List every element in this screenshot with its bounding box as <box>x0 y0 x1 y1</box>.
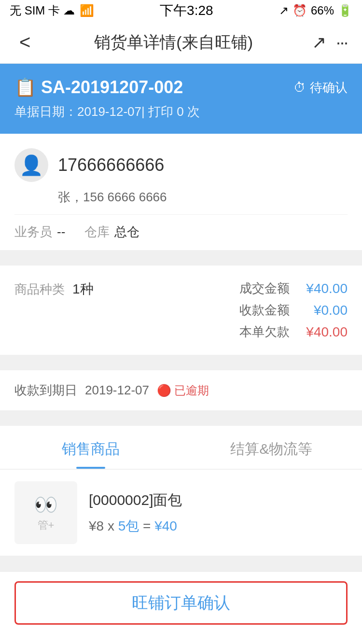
order-id-row: 📋 SA-20191207-002 ⏱ 待确认 <box>14 77 348 98</box>
customer-section: 👤 17666666666 张，156 6666 6666 业务员 -- 仓库 … <box>0 134 362 250</box>
back-button[interactable]: < <box>14 27 35 58</box>
sim-label: 无 SIM 卡 ☁ <box>10 3 75 18</box>
nav-actions: ↗ ··· <box>312 32 348 53</box>
price-unit: ¥8 <box>89 518 104 533</box>
status-text: 待确认 <box>310 79 348 96</box>
customer-name: 张，156 6666 6666 <box>14 189 348 206</box>
status-bar: 无 SIM 卡 ☁ 📶 下午3:28 ↗ ⏰ 66% 🔋 <box>0 0 362 21</box>
order-date: 单据日期：2019-12-07| 打印 0 次 <box>14 103 348 120</box>
transaction-amount-row: 成交金额 ¥40.00 <box>239 280 348 297</box>
warehouse-item: 仓库 总仓 <box>84 224 139 240</box>
product-thumbnail: 👀 管+ <box>14 481 77 544</box>
more-button[interactable]: ··· <box>336 32 348 53</box>
share-button[interactable]: ↗ <box>312 32 326 53</box>
payment-value: ¥0.00 <box>299 303 348 318</box>
location-icon: ↗ <box>279 4 289 17</box>
product-info: [0000002]面包 ¥8 x 5包 = ¥40 <box>89 490 348 535</box>
sales-item: 业务员 -- <box>14 224 65 240</box>
summary-section: 商品种类 1种 成交金额 ¥40.00 收款金额 ¥0.00 本单欠款 ¥40.… <box>0 266 362 355</box>
divider-2 <box>0 355 362 363</box>
page-title: 销货单详情(来自旺铺) <box>94 31 253 54</box>
logo-text: 管+ <box>38 518 55 532</box>
sales-value: -- <box>57 224 65 239</box>
amounts-section: 成交金额 ¥40.00 收款金额 ¥0.00 本单欠款 ¥40.00 <box>239 280 348 340</box>
status-clock-icon: ⏱ <box>293 80 306 95</box>
warehouse-label: 仓库 <box>84 224 110 240</box>
tab-settlement-logistics[interactable]: 结算&物流等 <box>181 426 362 469</box>
product-types-label: 商品种类 <box>14 281 65 298</box>
battery-label: 66% <box>311 4 334 17</box>
multiply-sign: x <box>108 518 114 533</box>
customer-phone: 17666666666 <box>58 155 164 175</box>
overdue-badge: 🔴 已逾期 <box>157 383 209 398</box>
order-status: ⏱ 待确认 <box>293 79 348 96</box>
avatar-icon: 👤 <box>19 154 43 177</box>
total-price: ¥40 <box>154 518 177 533</box>
product-types-value: 1种 <box>72 280 94 298</box>
status-left: 无 SIM 卡 ☁ 📶 <box>10 3 94 18</box>
warehouse-value: 总仓 <box>114 224 139 240</box>
customer-top: 👤 17666666666 <box>14 148 348 182</box>
transaction-value: ¥40.00 <box>299 281 348 296</box>
due-date-value: 2019-12-07 <box>85 383 149 398</box>
wifi-icon: 📶 <box>80 4 94 17</box>
overdue-icon: 🔴 <box>157 384 171 397</box>
product-logo: 👀 管+ <box>34 493 58 532</box>
order-id: 📋 SA-20191207-002 <box>14 77 183 98</box>
status-time: 下午3:28 <box>160 1 213 20</box>
product-types: 商品种类 1种 <box>14 280 94 298</box>
product-item: 👀 管+ [0000002]面包 ¥8 x 5包 = ¥40 <box>0 470 362 556</box>
tabs-row: 销售商品 结算&物流等 <box>0 426 362 470</box>
owed-value: ¥40.00 <box>299 324 348 340</box>
divider-1 <box>0 250 362 258</box>
confirm-order-button[interactable]: 旺铺订单确认 <box>14 581 348 625</box>
logo-eyes-icon: 👀 <box>34 493 58 516</box>
nav-bar: < 销货单详情(来自旺铺) ↗ ··· <box>0 21 362 64</box>
battery-icon: 🔋 <box>338 4 352 17</box>
order-id-value: SA-20191207-002 <box>41 77 183 98</box>
order-header: 📋 SA-20191207-002 ⏱ 待确认 单据日期：2019-12-07|… <box>0 64 362 134</box>
sales-label: 业务员 <box>14 224 52 240</box>
status-right: ↗ ⏰ 66% 🔋 <box>279 4 352 17</box>
bottom-action: 旺铺订单确认 <box>0 571 362 644</box>
divider-3 <box>0 410 362 418</box>
avatar: 👤 <box>14 148 48 182</box>
tab-sales-products[interactable]: 销售商品 <box>0 426 181 469</box>
payment-amount-row: 收款金额 ¥0.00 <box>239 302 348 319</box>
alarm-icon: ⏰ <box>292 4 307 17</box>
transaction-label: 成交金额 <box>239 280 290 297</box>
owed-amount-row: 本单欠款 ¥40.00 <box>239 323 348 340</box>
quantity: 5包 <box>118 518 139 533</box>
tabs-section: 销售商品 结算&物流等 👀 管+ [0000002]面包 ¥8 x 5包 = ¥… <box>0 426 362 556</box>
product-price-row: ¥8 x 5包 = ¥40 <box>89 517 348 535</box>
due-date-label: 收款到期日 <box>14 382 77 399</box>
payment-label: 收款金额 <box>239 302 290 319</box>
order-icon: 📋 <box>14 77 36 98</box>
owed-label: 本单欠款 <box>239 323 290 340</box>
product-name: [0000002]面包 <box>89 490 348 510</box>
overdue-text: 已逾期 <box>174 383 209 398</box>
equals-sign: = <box>143 518 151 533</box>
customer-meta: 业务员 -- 仓库 总仓 <box>14 214 348 240</box>
due-date-section: 收款到期日 2019-12-07 🔴 已逾期 <box>0 370 362 410</box>
